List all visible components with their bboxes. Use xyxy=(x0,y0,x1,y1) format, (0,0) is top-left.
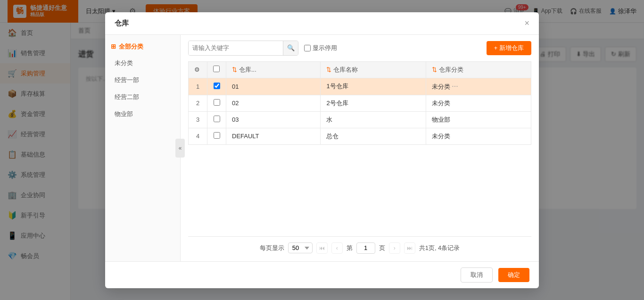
modal-title: 仓库 xyxy=(115,23,129,28)
confirm-button[interactable]: 确定 xyxy=(498,268,529,282)
row-num: 1 xyxy=(196,83,199,90)
row-name-3: 总仓 xyxy=(321,128,426,144)
modal-footer: 取消 确定 xyxy=(105,261,539,288)
row-category-3: 未分类 xyxy=(426,128,531,144)
category-item-uncat[interactable]: 未分类 xyxy=(105,55,180,72)
row-checkbox-0[interactable] xyxy=(214,83,220,89)
row-code-2: 03 xyxy=(226,111,321,128)
th-name-label: 仓库名称 xyxy=(333,66,358,74)
grid-icon: ⊞ xyxy=(111,43,116,50)
pagination-bar: 每页显示 10 20 50 100 ⏮ ‹ 第 页 xyxy=(188,236,531,256)
page-size-label: 每页显示 xyxy=(260,244,284,252)
row-cb-2 xyxy=(207,111,226,128)
row-num-0: 1 xyxy=(189,78,207,95)
th-settings: ⚙ xyxy=(189,61,207,78)
row-category-1: 未分类 xyxy=(426,95,531,111)
last-page-button[interactable]: ⏭ xyxy=(404,242,415,254)
page-di-label: 第 xyxy=(347,244,353,252)
warehouse-table: ⚙ ⇅ 仓库... xyxy=(188,61,531,145)
page-ye-label: 页 xyxy=(379,244,385,252)
sort-icon-code: ⇅ xyxy=(232,66,237,73)
table-row[interactable]: 4 DEFAULT 总仓 未分类 xyxy=(189,128,531,144)
modal-close-button[interactable]: × xyxy=(524,23,529,27)
table-header-row: ⚙ ⇅ 仓库... xyxy=(189,61,531,78)
table-panel: 🔍 显示停用 + 新增仓库 xyxy=(181,35,539,261)
row-checkbox-3[interactable] xyxy=(214,132,220,139)
row-code-3: DEFAULT xyxy=(226,128,321,144)
row-num: 3 xyxy=(196,116,199,123)
table-scroll-area: ⚙ ⇅ 仓库... xyxy=(188,61,531,233)
row-num: 2 xyxy=(196,100,199,107)
category-all-header[interactable]: ⊞ 全部分类 xyxy=(105,39,180,55)
search-field-wrap: 🔍 xyxy=(188,41,298,56)
table-row[interactable]: 1 01 1号仓库 未分类 ··· xyxy=(189,78,531,95)
row-num-1: 2 xyxy=(189,95,207,111)
table-row[interactable]: 3 03 水 物业部 xyxy=(189,111,531,128)
th-code: ⇅ 仓库... xyxy=(226,61,321,78)
row-cb-1 xyxy=(207,95,226,111)
page-number-input[interactable] xyxy=(356,242,375,254)
row-name-2: 水 xyxy=(321,111,426,128)
collapse-panel-button[interactable]: « xyxy=(175,139,185,158)
row-name-0: 1号仓库 xyxy=(321,78,426,95)
prev-page-button[interactable]: ‹ xyxy=(331,242,343,254)
row-code-0: 01 xyxy=(226,78,321,95)
sort-icon-name: ⇅ xyxy=(326,66,331,73)
search-icon-button[interactable]: 🔍 xyxy=(283,41,298,56)
sort-icon-category: ⇅ xyxy=(432,66,437,73)
row-num-2: 3 xyxy=(189,111,207,128)
category-panel: ⊞ 全部分类 未分类 经营一部 经营二部 物业部 « xyxy=(105,35,181,261)
th-code-label: 仓库... xyxy=(239,66,256,74)
row-more-button[interactable]: ··· xyxy=(452,82,458,90)
row-cb-3 xyxy=(207,128,226,144)
th-category-label: 仓库分类 xyxy=(439,66,463,74)
th-category: ⇅ 仓库分类 xyxy=(426,61,531,78)
show-disabled-checkbox[interactable] xyxy=(304,45,311,51)
show-disabled-wrap: 显示停用 xyxy=(304,44,337,52)
row-code-1: 02 xyxy=(226,95,321,111)
warehouse-modal: 仓库 × ⊞ 全部分类 未分类 经营一部 经营二部 物业部 xyxy=(105,23,539,288)
first-page-button[interactable]: ⏮ xyxy=(316,242,328,254)
modal-overlay: 仓库 × ⊞ 全部分类 未分类 经营一部 经营二部 物业部 xyxy=(71,23,644,300)
row-checkbox-2[interactable] xyxy=(214,116,220,122)
table-row[interactable]: 2 02 2号仓库 未分类 xyxy=(189,95,531,111)
modal-body: ⊞ 全部分类 未分类 经营一部 经营二部 物业部 « xyxy=(105,35,539,261)
row-category-2: 物业部 xyxy=(426,111,531,128)
table-toolbar: 🔍 显示停用 + 新增仓库 xyxy=(188,41,531,56)
category-item-property[interactable]: 物业部 xyxy=(105,106,180,123)
row-num-3: 4 xyxy=(189,128,207,144)
cancel-button[interactable]: 取消 xyxy=(461,267,493,283)
add-warehouse-button[interactable]: + 新增仓库 xyxy=(487,41,531,55)
show-disabled-label: 显示停用 xyxy=(313,44,337,52)
next-page-button[interactable]: › xyxy=(389,242,400,254)
modal-header: 仓库 × xyxy=(105,23,539,35)
row-num: 4 xyxy=(196,133,199,140)
th-checkbox xyxy=(207,61,226,78)
total-info: 共1页, 4条记录 xyxy=(419,244,460,252)
search-input[interactable] xyxy=(189,41,283,55)
category-item-ops2[interactable]: 经营二部 xyxy=(105,89,180,106)
row-checkbox-1[interactable] xyxy=(214,99,220,106)
row-category-0: 未分类 ··· xyxy=(426,78,531,95)
page-size-select[interactable]: 10 20 50 100 xyxy=(288,242,313,253)
row-name-1: 2号仓库 xyxy=(321,95,426,111)
category-item-ops1[interactable]: 经营一部 xyxy=(105,72,180,89)
select-all-checkbox[interactable] xyxy=(213,66,220,72)
content-area: 首页 进货 🖨 打印 ⬇ 导出 ↻ 刷新 按以下... xyxy=(71,23,644,300)
table-body: 1 01 1号仓库 未分类 ··· 2 02 2号仓库 未分类 3 xyxy=(189,78,531,144)
row-cb-0 xyxy=(207,78,226,95)
th-name: ⇅ 仓库名称 xyxy=(321,61,426,78)
category-all-label: 全部分类 xyxy=(119,42,143,51)
settings-col-icon: ⚙ xyxy=(194,66,200,73)
